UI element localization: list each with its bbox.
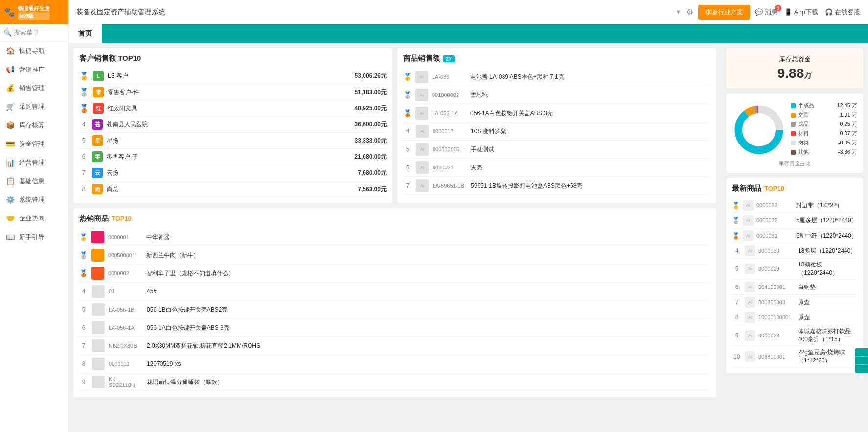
phone-icon: 📱 bbox=[784, 8, 792, 16]
rank-number: 7 bbox=[732, 299, 742, 306]
headset-icon: 🎧 bbox=[825, 8, 833, 16]
settings-icon[interactable]: ⚙ bbox=[686, 7, 693, 17]
customer-amount: 51,183.00元 bbox=[355, 88, 387, 96]
medal-icon: 🥉 bbox=[79, 269, 88, 277]
hot-product-item: 🥉 0000002 智利车子里（规格不知道填什么） bbox=[79, 264, 710, 283]
search-label: 搜索菜单 bbox=[14, 28, 39, 37]
sidebar-item-inventory[interactable]: 📦 库存核算 bbox=[0, 116, 68, 135]
product-code: LA-056-1A bbox=[109, 325, 143, 331]
product-sales-item: 7 Ai LA-59651-1B 59651-1B旋转投影灯电池盒ABS黑色+5… bbox=[403, 177, 710, 195]
customer-rank-item: 6 零 零售客户-于 21,680.00元 bbox=[79, 149, 387, 165]
medal-bronze-icon: 🥉 bbox=[79, 104, 89, 113]
legend-label: 成品 bbox=[798, 120, 838, 128]
customer-avatar: 零 bbox=[92, 151, 103, 162]
legend-dot bbox=[791, 122, 796, 127]
rank-number: 9 bbox=[732, 332, 742, 339]
new-product-code: 0000028 bbox=[758, 333, 795, 338]
product-image: Ai bbox=[416, 143, 429, 156]
enterprise-label: 企业协同 bbox=[19, 214, 45, 223]
new-product-code: 0000031 bbox=[756, 233, 793, 239]
new-product-code: 0000033 bbox=[756, 202, 793, 208]
product-code: 01 bbox=[109, 288, 143, 294]
float-buttons: 客服热线 服务社区 直播 bbox=[855, 348, 868, 373]
product-sales-top10-title: 商品销售额 27 bbox=[403, 54, 710, 63]
new-product-thumbnail: Ai bbox=[745, 282, 755, 292]
legend-item: 其他 -3.86 万 bbox=[791, 148, 857, 156]
medal-icon: 🥈 bbox=[403, 91, 411, 99]
rank-number: 6 bbox=[79, 153, 88, 160]
sidebar-item-finance[interactable]: 💳 资金管理 bbox=[0, 135, 68, 153]
topbar-right: 💬 消息 6 📱 App下载 🎧 在线客服 bbox=[755, 8, 860, 17]
medal-icon: 🥇 bbox=[403, 73, 411, 81]
sidebar-item-operations[interactable]: 📊 经营管理 bbox=[0, 153, 68, 172]
sidebar-search[interactable]: 🔍 搜索菜单 bbox=[0, 24, 68, 42]
app-download-label: App下载 bbox=[794, 8, 818, 17]
customer-avatar: 星 bbox=[92, 135, 103, 146]
new-product-item: 10 Ai 003800001 22g鱼豆腐-烧烤味（1*12*20） bbox=[732, 346, 857, 367]
product-thumbnail bbox=[92, 303, 105, 316]
hot-product-item: 🥇 0000001 中华神器 bbox=[79, 228, 710, 246]
sidebar-item-marketing[interactable]: 📢 营销推广 bbox=[0, 60, 68, 79]
new-product-name: 18多层（1220*2440） bbox=[798, 247, 857, 255]
float-btn-live[interactable]: 直播 bbox=[855, 365, 868, 373]
sidebar-item-basic[interactable]: 📋 基础信息 bbox=[0, 172, 68, 191]
message-icon: 💬 bbox=[755, 8, 763, 16]
customer-amount: 40,925.00元 bbox=[355, 104, 387, 113]
sidebar-item-quicknav[interactable]: 🏠 快捷导航 bbox=[0, 42, 68, 60]
sidebar-item-enterprise[interactable]: 🤝 企业协同 bbox=[0, 209, 68, 228]
content: 客户销售额 TOP10 🥇 L LS 客户 53,006.26元 🥈 零 零售客… bbox=[69, 43, 868, 432]
legend-dot bbox=[791, 103, 796, 108]
tab-home[interactable]: 首页 bbox=[69, 24, 102, 43]
product-sales-badge: 27 bbox=[443, 55, 455, 62]
online-service-button[interactable]: 🎧 在线客服 bbox=[825, 8, 860, 17]
product-name: 056-1A白色按键开关盖ABS 3壳 bbox=[147, 324, 710, 332]
operations-icon: 📊 bbox=[6, 158, 15, 167]
customer-name: 零售客户-于 bbox=[107, 153, 351, 161]
rank-number: 5 bbox=[403, 146, 412, 153]
float-btn-community[interactable]: 服务社区 bbox=[855, 357, 868, 365]
sidebar-item-purchase[interactable]: 🛒 采购管理 bbox=[0, 97, 68, 116]
new-product-code: 0000030 bbox=[758, 248, 795, 254]
rank-number: 4 bbox=[79, 121, 88, 128]
trial-button[interactable]: 体验行业方案 bbox=[698, 5, 750, 20]
basic-icon: 📋 bbox=[6, 177, 15, 186]
inventory-card: 库存总资金 9.88万 bbox=[726, 48, 863, 88]
nav-tabs: 首页 bbox=[69, 24, 868, 43]
new-product-thumbnail: Ai bbox=[745, 330, 755, 341]
sidebar-item-system[interactable]: ⚙️ 系统管理 bbox=[0, 191, 68, 209]
new-product-item: 4 Ai 0000030 18多层（1220*2440） bbox=[732, 243, 857, 259]
guide-label: 新手引导 bbox=[19, 233, 45, 241]
finance-label: 资金管理 bbox=[19, 140, 45, 148]
sidebar-item-sales[interactable]: 💰 销售管理 bbox=[0, 79, 68, 97]
product-image: Ai bbox=[415, 71, 428, 83]
app-download-button[interactable]: 📱 App下载 bbox=[784, 8, 818, 17]
legend-dot bbox=[791, 131, 796, 136]
product-name: 59651-1B旋转投影灯电池盒ABS黑色+58壳 bbox=[471, 182, 710, 190]
rank-number: 7 bbox=[79, 169, 88, 176]
sidebar-item-guide[interactable]: 📖 新手引导 bbox=[0, 228, 68, 246]
medal-icon: 🥇 bbox=[732, 202, 740, 209]
product-thumbnail bbox=[92, 358, 105, 370]
product-sales-item: 🥉 Ai LA-056-1A 056-1A白色按键开关盖ABS 3壳 bbox=[403, 104, 710, 122]
medal-icon: 🥇 bbox=[79, 233, 88, 241]
donut-svg bbox=[732, 103, 786, 157]
product-name: 花语萌恒温分腿睡袋（厚款） bbox=[147, 378, 710, 386]
customer-amount: 53,006.26元 bbox=[355, 72, 387, 80]
new-product-item: 5 Ai 0000029 18颗粒板（1220*2440） bbox=[732, 259, 857, 280]
new-product-item: 🥇 Ai 0000033 封边带（1.0*22） bbox=[732, 198, 857, 213]
hot-product-item: 4 01 45# bbox=[79, 283, 710, 301]
product-image: Ai bbox=[415, 107, 428, 120]
float-btn-service[interactable]: 客服热线 bbox=[855, 348, 868, 357]
hot-products-title: 热销商品 TOP10 bbox=[79, 214, 710, 223]
content-right: 库存总资金 9.88万 bbox=[721, 43, 868, 432]
message-button[interactable]: 💬 消息 6 bbox=[755, 8, 777, 17]
hot-product-item: 5 LA-056-1B 056-1B白色按键开关壳ABS2壳 bbox=[79, 301, 710, 319]
legend-item: 半成品 12.45 万 bbox=[791, 102, 857, 109]
customer-avatar: 苍 bbox=[92, 119, 103, 130]
product-code: 000500001 bbox=[108, 252, 142, 258]
dropdown-icon[interactable]: ▼ bbox=[675, 8, 682, 16]
new-product-name: 封边带（1.0*22） bbox=[796, 201, 857, 210]
legend-dot bbox=[791, 141, 796, 145]
customer-avatar: 尚 bbox=[92, 184, 103, 194]
system-title: 装备及固定资产辅助管理系统 bbox=[76, 8, 670, 17]
